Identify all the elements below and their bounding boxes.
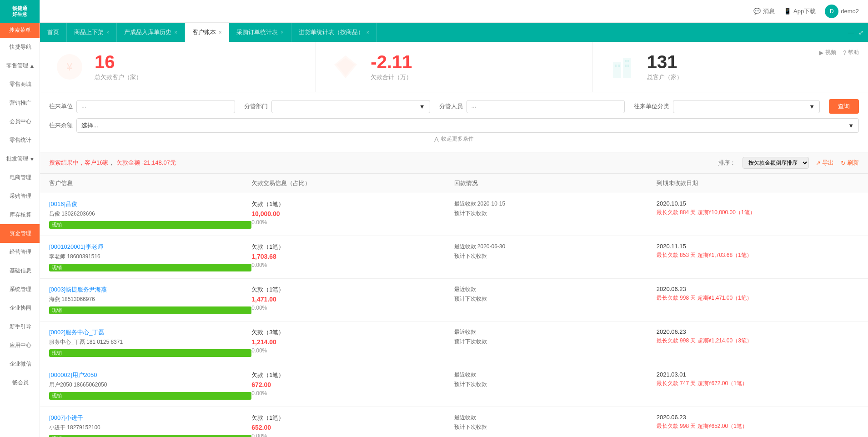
- sidebar-item-inventory[interactable]: 库存核算: [0, 206, 40, 224]
- results-actions: 排序： 按欠款金额倒序排序 ↗ 导出 ↻ 刷新: [718, 157, 859, 169]
- collection-last: 最近收款 2020-10-15: [454, 200, 657, 208]
- sidebar-item-capital[interactable]: 资金管理: [0, 224, 40, 243]
- tab-products-online[interactable]: 商品上下架 ×: [67, 23, 117, 42]
- overdue-link[interactable]: 超期¥1,471.00（1笔）: [697, 295, 752, 301]
- collection-info-4: 最近收款 预计下次收款: [454, 371, 657, 400]
- export-link[interactable]: ↗ 导出: [816, 159, 834, 167]
- sidebar-item-apps[interactable]: 应用中心: [0, 336, 40, 355]
- sidebar-item-newbie[interactable]: 新手引导: [0, 317, 40, 336]
- sidebar-item-wechat[interactable]: 企业微信: [0, 355, 40, 373]
- sidebar-item-ecommerce[interactable]: 电商管理: [0, 168, 40, 187]
- customer-name-link[interactable]: [0007]小进干: [49, 414, 251, 422]
- stat-label-debt-customers: 总欠款客户（家）: [95, 73, 142, 81]
- sidebar-item-retail-mall[interactable]: 零售商城: [0, 75, 40, 94]
- overdue-link[interactable]: 超期¥10,000.00（1笔）: [697, 209, 755, 216]
- customer-name-link[interactable]: [0002]服务中心_丁磊: [49, 328, 251, 337]
- stat-info-debt-customers: 16 总欠款客户（家）: [95, 53, 142, 81]
- chevron-down-icon: ▼: [30, 156, 35, 162]
- maximize-icon[interactable]: ⤢: [858, 29, 863, 36]
- customer-name-link[interactable]: [000002]用户2050: [49, 371, 251, 379]
- help-link[interactable]: ? 帮助: [843, 49, 859, 56]
- table-row: [0001020001]李老师 李老师 18600391516 现销 欠款（1笔…: [40, 236, 868, 279]
- overdue-link[interactable]: 超期¥1,703.68（1笔）: [697, 252, 752, 258]
- tab-production-history[interactable]: 产成品入库单历史 ×: [117, 23, 185, 42]
- close-icon[interactable]: ×: [366, 30, 369, 35]
- tab-home[interactable]: 首页: [40, 23, 67, 42]
- sidebar-item-member[interactable]: 会员中心: [0, 112, 40, 131]
- stat-label-total-customers: 总客户（家）: [647, 73, 682, 81]
- tab-purchase-order[interactable]: 采购订单统计表 ×: [229, 23, 291, 42]
- category-label: 往来单位分类: [634, 102, 669, 111]
- filter-row-1: 往来单位 ··· 分管部门 ▼ 分管人员 ···: [49, 99, 859, 114]
- debt-amount: 652.00: [251, 424, 454, 431]
- due-date: 2020.06.23: [657, 286, 859, 292]
- customer-name-link[interactable]: [0016]吕俊: [49, 200, 251, 208]
- sidebar: 畅捷通好生意 搜索菜单 快捷导航 零售管理 ▲ 零售商城 营销推广 会员中心 零…: [0, 0, 40, 437]
- overdue-link[interactable]: 超期¥672.00（1笔）: [697, 380, 748, 387]
- filter-category: 往来单位分类 ▼: [634, 100, 820, 113]
- app-download-action[interactable]: 📱 App下载: [784, 7, 816, 15]
- minimize-icon[interactable]: —: [848, 29, 854, 36]
- sidebar-item-label: 畅会员: [12, 379, 29, 386]
- export-label: 导出: [822, 159, 834, 167]
- sidebar-item-retail-stats[interactable]: 零售统计: [0, 131, 40, 150]
- person-input[interactable]: ···: [467, 100, 625, 113]
- due-overdue: 最长欠款 853 天 超期¥1,703.68（1笔）: [657, 251, 859, 259]
- overdue-link[interactable]: 超期¥652.00（1笔）: [697, 423, 748, 429]
- sidebar-item-basic-info[interactable]: 基础信息: [0, 261, 40, 280]
- user-menu[interactable]: D demo2: [825, 5, 859, 18]
- sidebar-item-retail-mgmt[interactable]: 零售管理 ▲: [0, 56, 40, 75]
- sidebar-item-quick-nav[interactable]: 快捷导航: [0, 38, 40, 56]
- close-icon[interactable]: ×: [281, 30, 283, 35]
- close-icon[interactable]: ×: [106, 30, 109, 35]
- sidebar-item-batch-mgmt[interactable]: 批发管理 ▼: [0, 150, 40, 168]
- sidebar-item-label: 采购管理: [10, 193, 31, 199]
- video-label: 视频: [825, 49, 836, 56]
- tab-label: 客户账本: [192, 28, 216, 36]
- customer-info-1: [0001020001]李老师 李老师 18600391516 现销: [49, 243, 251, 271]
- tab-customer-account[interactable]: 客户账本 ×: [185, 23, 229, 42]
- play-icon: ▶: [819, 50, 823, 56]
- debt-amount: 672.00: [251, 381, 454, 388]
- stat-card-total-customers: 131 总客户（家） ▶ 视频 ? 帮助: [592, 42, 868, 92]
- dept-select[interactable]: ▼: [271, 100, 430, 113]
- collapse-button[interactable]: ⋀ 收起更多条件: [49, 133, 859, 145]
- due-overdue: 最长欠款 747 天 超期¥672.00（1笔）: [657, 380, 859, 387]
- debt-count: 欠款（1笔）: [251, 371, 454, 379]
- due-date: 2020.11.15: [657, 243, 859, 250]
- sidebar-item-label: 经营管理: [10, 249, 31, 255]
- debt-count: 欠款（1笔）: [251, 286, 454, 294]
- supplier-input[interactable]: ···: [76, 100, 235, 113]
- sidebar-item-label: 批发管理: [6, 155, 28, 163]
- refresh-link[interactable]: ↻ 刷新: [841, 159, 859, 167]
- category-select[interactable]: ▼: [673, 100, 820, 113]
- chevron-down-icon: ▼: [848, 122, 854, 129]
- collection-last: 最近收款: [454, 286, 657, 293]
- tab-stock-summary[interactable]: 进货单统计表（按商品） ×: [291, 23, 377, 42]
- sidebar-item-marketing[interactable]: 营销推广: [0, 94, 40, 112]
- sort-select[interactable]: 按欠款金额倒序排序: [743, 157, 809, 169]
- close-icon[interactable]: ×: [219, 30, 221, 35]
- customer-name-link[interactable]: [0001020001]李老师: [49, 243, 251, 251]
- stat-label-debt-amount: 欠款合计（万）: [371, 73, 412, 81]
- sidebar-item-member2[interactable]: 畅会员: [0, 373, 40, 392]
- table-row: [0003]畅捷服务尹海燕 海燕 18513066976 现销 欠款（1笔） 1…: [40, 279, 868, 321]
- close-icon[interactable]: ×: [174, 30, 177, 35]
- sidebar-item-system[interactable]: 系统管理: [0, 280, 40, 299]
- stat-info-total-customers: 131 总客户（家）: [647, 53, 682, 81]
- balance-select[interactable]: 选择... ▼: [76, 118, 859, 133]
- sidebar-item-enterprise[interactable]: 企业协同: [0, 299, 40, 317]
- overdue-link[interactable]: 超期¥1,214.00（3笔）: [697, 337, 752, 344]
- stat-number-total-customers: 131: [647, 53, 682, 71]
- due-date: 2020.10.15: [657, 200, 859, 207]
- message-action[interactable]: 💬 消息: [753, 7, 775, 15]
- search-button[interactable]: 查询: [829, 99, 859, 114]
- search-menu[interactable]: 搜索菜单: [0, 23, 40, 38]
- collection-next: 预计下次收款: [454, 338, 657, 346]
- customer-name-link[interactable]: [0003]畅捷服务尹海燕: [49, 286, 251, 294]
- sidebar-item-purchase[interactable]: 采购管理: [0, 187, 40, 206]
- sidebar-item-operations[interactable]: 经营管理: [0, 243, 40, 261]
- collapse-label: 收起更多条件: [441, 135, 474, 143]
- video-link[interactable]: ▶ 视频: [819, 49, 836, 56]
- collection-last: 最近收款: [454, 414, 657, 422]
